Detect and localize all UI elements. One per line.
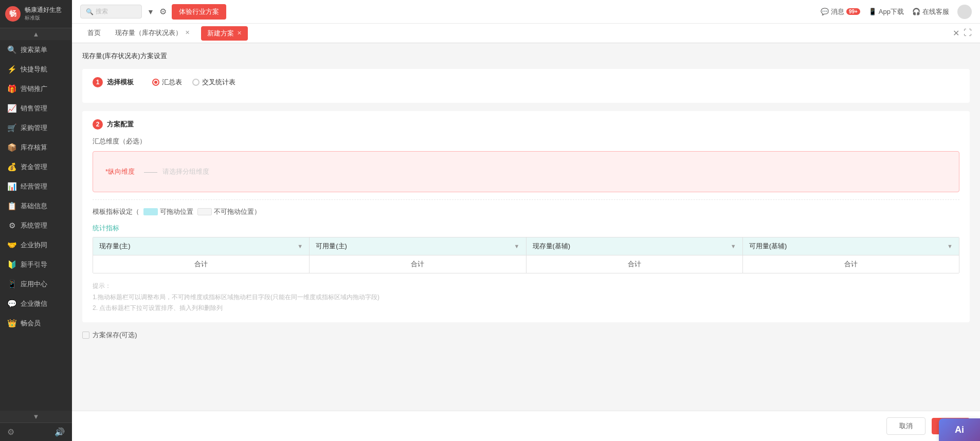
tab-new-plan-close[interactable]: ✕: [237, 30, 242, 36]
content-area: 现存量(库存状况表)方案设置 1 选择模板 汇总表 交叉统计表: [72, 43, 980, 411]
col0-dropdown-icon[interactable]: ▼: [297, 243, 303, 249]
stats-col-header-1[interactable]: 可用量(主) ▼: [310, 237, 526, 255]
window-close-btn[interactable]: ✕: [953, 28, 959, 38]
contract-icon: 🤝: [7, 241, 16, 250]
step1-header: 1 选择模板 汇总表 交叉统计表: [93, 77, 959, 87]
topbar-right: 💬 消息 99+ 📱 App下载 🎧 在线客服: [821, 5, 972, 19]
sidebar: 畅 畅康通好生意 标准版 ▲ 🔍 搜索菜单 ⚡ 快捷导航 🎁 营销推广 📈 销售…: [0, 0, 72, 441]
app-download-item[interactable]: 📱 App下载: [868, 7, 904, 16]
stats-col-body-1: 合计: [310, 255, 526, 273]
sidebar-scroll-down[interactable]: ▼: [0, 411, 72, 422]
ai-button[interactable]: Ai: [939, 418, 980, 441]
online-service-item[interactable]: 🎧 在线客服: [912, 7, 949, 16]
tab-new-plan[interactable]: 新建方案 ✕: [201, 26, 248, 41]
basic-info-icon: 📋: [7, 201, 16, 211]
tips-item-1: 2. 点击标题栏下拉可设置排序、插入列和删除列: [93, 303, 959, 314]
radio-circle-cross: [192, 79, 199, 86]
headset-icon: 🎧: [912, 8, 920, 15]
radio-circle-summary: [152, 79, 159, 86]
stats-col-header-3[interactable]: 可用量(基辅) ▼: [743, 237, 959, 255]
sidebar-scroll-up[interactable]: ▲: [0, 28, 72, 40]
stats-col-body-0: 合计: [93, 255, 310, 273]
sidebar-item-wechat[interactable]: 💬 企业微信: [0, 294, 72, 314]
sidebar-item-inventory[interactable]: 📦 库存核算: [0, 138, 72, 157]
step1-title: 选择模板: [107, 78, 134, 87]
summary-dim-label: 汇总维度（必选）: [93, 137, 959, 146]
template-setting-row: 模板指标设定（ 可拖动位置 不可拖动位置）: [93, 207, 959, 216]
guide-icon: 🔰: [7, 260, 16, 269]
col2-dropdown-icon[interactable]: ▼: [731, 243, 736, 249]
stats-table-body: 合计 合计 合计 合计: [93, 255, 959, 273]
sidebar-item-contract[interactable]: 🤝 企业协同: [0, 235, 72, 255]
main-area: 🔍 搜索 ▼ ⚙ 体验行业方案 💬 消息 99+ 📱 App下载 🎧 在线客服: [72, 0, 980, 441]
settings-bottom-icon[interactable]: ⚙: [7, 427, 14, 437]
cancel-button[interactable]: 取消: [886, 417, 925, 435]
sidebar-item-system[interactable]: ⚙ 系统管理: [0, 216, 72, 235]
step2-badge: 2: [93, 119, 103, 130]
sidebar-item-app-center[interactable]: 📱 应用中心: [0, 274, 72, 294]
step2-header: 2 方案配置: [93, 119, 959, 130]
dimension-area[interactable]: *纵向维度 —— 请选择分组维度: [93, 151, 959, 192]
template-setting-label: 模板指标设定（: [93, 207, 139, 216]
vertical-dim-label: *纵向维度: [105, 167, 135, 176]
radio-summary[interactable]: 汇总表: [152, 78, 182, 87]
stats-col-header-2[interactable]: 现存量(基辅) ▼: [527, 237, 743, 255]
sidebar-item-management[interactable]: 📊 经营管理: [0, 177, 72, 196]
message-icon: 💬: [821, 8, 829, 15]
tab-inventory-close[interactable]: ✕: [185, 29, 190, 36]
sidebar-item-sales[interactable]: 📈 销售管理: [0, 99, 72, 118]
purchase-icon: 🛒: [7, 123, 16, 133]
system-icon: ⚙: [7, 221, 16, 230]
stats-col-body-3: 合计: [743, 255, 959, 273]
legend-draggable: 可拖动位置: [143, 207, 193, 216]
col3-dropdown-icon[interactable]: ▼: [947, 243, 953, 249]
dim-hint: 请选择分组维度: [162, 167, 209, 176]
member-icon: 👑: [7, 319, 16, 328]
step1-section: 1 选择模板 汇总表 交叉统计表: [82, 69, 970, 103]
search-input-area[interactable]: 🔍 搜索: [80, 5, 142, 19]
user-avatar[interactable]: [957, 5, 972, 19]
stats-col-header-0[interactable]: 现存量(主) ▼: [93, 237, 310, 255]
sidebar-item-guide[interactable]: 🔰 新手引导: [0, 255, 72, 274]
sidebar-logo: 畅 畅康通好生意 标准版: [0, 0, 72, 28]
app-logo-icon: 畅: [5, 6, 21, 22]
inventory-icon: 📦: [7, 143, 16, 152]
save-option-label: 方案保存(可选): [93, 330, 137, 340]
sidebar-item-marketing[interactable]: 🎁 营销推广: [0, 79, 72, 99]
template-radio-group: 汇总表 交叉统计表: [152, 78, 235, 87]
legend-non-draggable: 不可拖动位置）: [197, 207, 261, 216]
sidebar-item-search[interactable]: 🔍 搜索菜单: [0, 40, 72, 60]
management-icon: 📊: [7, 182, 16, 191]
non-draggable-color-box: [197, 208, 212, 215]
marketing-icon: 🎁: [7, 84, 16, 94]
sidebar-item-basic-info[interactable]: 📋 基础信息: [0, 196, 72, 216]
window-expand-btn[interactable]: ⛶: [964, 28, 972, 38]
sales-icon: 📈: [7, 104, 16, 113]
phone-icon: 📱: [868, 8, 877, 15]
tab-home[interactable]: 首页: [80, 24, 108, 43]
step1-badge: 1: [93, 77, 103, 87]
stats-table: 现存量(主) ▼ 可用量(主) ▼ 现存量(基辅) ▼ 可用量(基辅) ▼: [93, 237, 959, 273]
tab-inventory[interactable]: 现存量（库存状况表） ✕: [108, 24, 197, 43]
sound-icon[interactable]: 🔊: [55, 427, 65, 437]
tips-title: 提示：: [93, 282, 111, 289]
tips-item-0: 1.拖动标题栏可以调整布局，不可跨维度或指标区域拖动栏目字段(只能在同一维度或指…: [93, 292, 959, 303]
sidebar-item-purchase[interactable]: 🛒 采购管理: [0, 118, 72, 138]
save-option-checkbox[interactable]: [82, 332, 89, 339]
window-controls: ✕ ⛶: [953, 28, 972, 38]
wechat-icon: 💬: [7, 299, 16, 308]
topbar-dropdown-icon[interactable]: ▼: [147, 8, 154, 16]
search-icon: 🔍: [7, 45, 16, 54]
sidebar-item-quick-nav[interactable]: ⚡ 快捷导航: [0, 60, 72, 79]
step2-title: 方案配置: [107, 120, 134, 129]
legend-draggable-label: 可拖动位置: [160, 207, 193, 216]
message-item[interactable]: 💬 消息 99+: [821, 7, 860, 16]
sidebar-item-finance[interactable]: 💰 资金管理: [0, 157, 72, 177]
sidebar-item-member[interactable]: 👑 畅会员: [0, 314, 72, 333]
industry-btn[interactable]: 体验行业方案: [172, 4, 226, 20]
topbar-gear-icon[interactable]: ⚙: [159, 7, 167, 16]
app-center-icon: 📱: [7, 280, 16, 289]
radio-cross[interactable]: 交叉统计表: [192, 78, 235, 87]
col1-dropdown-icon[interactable]: ▼: [514, 243, 520, 249]
app-logo-text: 畅康通好生意 标准版: [25, 6, 62, 22]
